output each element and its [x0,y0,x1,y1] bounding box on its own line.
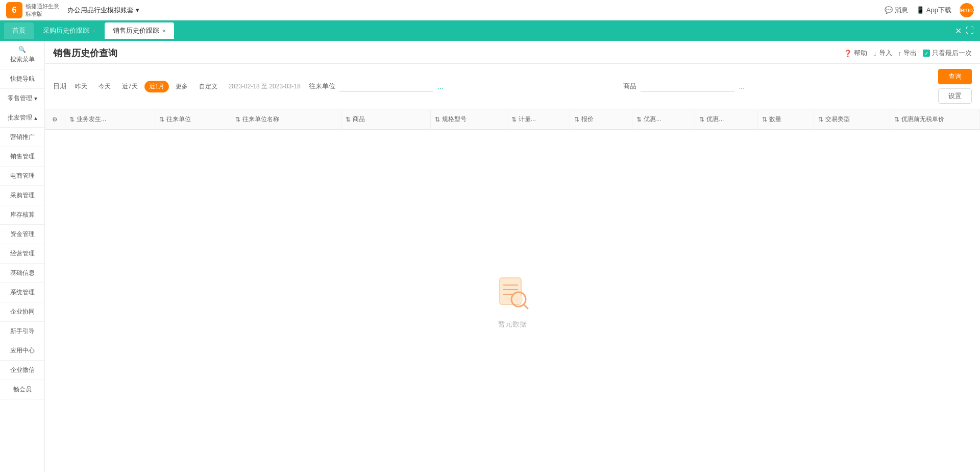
th-discount1[interactable]: ⇅ 优惠... [632,110,695,129]
checkbox-teal-icon: ✓ [923,50,930,57]
date-btn-yesterday[interactable]: 昨天 [70,81,92,92]
search-icon: 🔍 [18,46,26,53]
date-btn-today[interactable]: 今天 [94,81,115,92]
tab-home[interactable]: 首页 [4,22,34,39]
tab-bar-left: 首页 采购历史价跟踪 × 销售历史价跟踪 × [4,22,174,39]
message-button[interactable]: 💬 消息 [885,6,908,15]
product-picker-icon[interactable]: ... [739,82,745,90]
close-window-icon[interactable]: ✕ [955,26,962,36]
sidebar-item-finance[interactable]: 资金管理 [0,225,44,244]
top-bar-left: 6 畅捷通好生意 标准版 办公用品行业模拟账套 ▾ [6,2,143,18]
tab-bar-right: ✕ ⛶ [955,26,976,36]
sidebar-item-system[interactable]: 系统管理 [0,283,44,302]
th-unit-name[interactable]: ⇅ 往来单位名称 [231,110,341,129]
setting-button[interactable]: 设置 [938,88,972,104]
sidebar-label-quick: 快捷导航 [10,75,35,83]
sidebar-item-wholesale[interactable]: 批发管理 ▴ [0,108,44,128]
date-filter-label: 日期 [53,82,66,91]
date-btn-7days[interactable]: 近7天 [117,81,142,92]
tab-purchase-history[interactable]: 采购历史价跟踪 × [35,22,104,39]
product-input[interactable] [641,81,734,92]
th-price[interactable]: ⇅ 报价 [570,110,633,129]
th-trade[interactable]: ⇅ 交易类型 [814,110,890,129]
sidebar-item-wechat[interactable]: 企业微信 [0,361,44,380]
sidebar-item-base-info[interactable]: 基础信息 [0,264,44,283]
page-title-row: 销售历史价查询 ❓ 帮助 ↓ 导入 ↑ 导出 ✓ [53,47,972,59]
home-label: 首页 [12,26,26,35]
th-discount2[interactable]: ⇅ 优惠... [695,110,758,129]
import-button[interactable]: ↓ 导入 [873,49,892,58]
th-settings[interactable]: ⚙ [45,111,65,128]
sidebar-item-ecommerce[interactable]: 电商管理 [0,167,44,186]
sidebar-label-guide: 新手引导 [10,327,35,336]
sidebar-label-marketing: 营销推广 [10,133,35,141]
sidebar-item-retail[interactable]: 零售管理 ▾ [0,89,44,108]
maximize-icon[interactable]: ⛶ [966,26,974,35]
date-range-display: 2023-02-18 至 2023-03-18 [228,82,300,91]
sidebar-item-sales[interactable]: 销售管理 [0,147,44,167]
data-table: ⚙ ⇅ 业务发生... ⇅ 往来单位 ⇅ 往来单位名称 ⇅ 商品 [45,109,980,472]
export-icon: ↑ [898,50,902,57]
chevron-down-icon: ▾ [136,6,139,14]
th-qty[interactable]: ⇅ 数量 [758,110,814,129]
only-last-checkbox[interactable]: ✓ 只看最后一次 [923,49,972,58]
date-btn-custom[interactable]: 自定义 [194,81,222,92]
gear-icon: ⚙ [52,116,58,123]
sidebar-item-apps[interactable]: 应用中心 [0,341,44,361]
app-download-button[interactable]: 📱 App下载 [916,6,951,15]
sidebar-label-system: 系统管理 [10,288,35,297]
tab-sales-history[interactable]: 销售历史价跟踪 × [105,22,174,39]
sidebar-label-ecommerce: 电商管理 [10,172,35,180]
svg-line-6 [524,304,528,309]
sidebar-item-member[interactable]: 畅会员 [0,380,44,399]
page-header: 销售历史价查询 ❓ 帮助 ↓ 导入 ↑ 导出 ✓ [45,41,980,64]
user-menu[interactable]: demo2 [960,3,974,17]
table-header: ⚙ ⇅ 业务发生... ⇅ 往来单位 ⇅ 往来单位名称 ⇅ 商品 [45,109,980,130]
sort-icon: ⇅ [699,116,704,123]
sidebar-label-retail: 零售管理 [8,94,32,103]
sidebar-label-search: 搜索菜单 [10,55,35,64]
date-btn-more[interactable]: 更多 [171,81,192,92]
date-btn-1month[interactable]: 近1月 [144,81,169,92]
th-spec[interactable]: ⇅ 规格型号 [431,110,507,129]
sidebar-label-purchase: 采购管理 [10,191,35,200]
partner-picker-icon[interactable]: ... [437,82,444,90]
th-notax[interactable]: ⇅ 优惠前无税单价 [890,110,980,129]
sort-icon: ⇅ [346,116,351,123]
date-buttons: 昨天 今天 近7天 近1月 更多 自定义 [70,81,222,92]
partner-input[interactable] [339,81,433,92]
th-unit[interactable]: ⇅ 计量... [507,110,570,129]
sidebar-item-inventory[interactable]: 库存核算 [0,205,44,225]
company-selector[interactable]: 办公用品行业模拟账套 ▾ [63,4,143,17]
sidebar-item-collab[interactable]: 企业协同 [0,302,44,322]
avatar: demo2 [960,3,974,17]
tab-purchase-close[interactable]: × [92,28,95,34]
sort-icon: ⇅ [435,116,440,123]
sidebar-label-apps: 应用中心 [10,346,35,355]
filter-row: 日期 昨天 今天 近7天 近1月 更多 自定义 2023-02-18 至 202… [45,64,980,109]
main-layout: 🔍 搜索菜单 快捷导航 零售管理 ▾ 批发管理 ▴ 营销推广 销售管理 电商管理… [0,41,980,472]
sort-icon: ⇅ [818,116,823,123]
sidebar-label-sales: 销售管理 [10,152,35,161]
sidebar-item-search[interactable]: 🔍 搜索菜单 [0,41,44,69]
sidebar-item-marketing[interactable]: 营销推广 [0,128,44,147]
sort-icon: ⇅ [159,116,164,123]
th-unit-code[interactable]: ⇅ 往来单位 [155,110,231,129]
sort-icon: ⇅ [574,116,579,123]
help-button[interactable]: ❓ 帮助 [844,49,867,58]
sidebar-item-purchase[interactable]: 采购管理 [0,186,44,205]
sidebar-item-quick-nav[interactable]: 快捷导航 [0,69,44,89]
th-product[interactable]: ⇅ 商品 [341,110,431,129]
sidebar-item-operations[interactable]: 经营管理 [0,244,44,264]
tab-sales-close[interactable]: × [162,28,165,34]
partner-filter-group: 往来单位 ... [309,81,616,92]
sidebar-label-wechat: 企业微信 [10,366,35,374]
export-button[interactable]: ↑ 导出 [898,49,917,58]
content-area: 销售历史价查询 ❓ 帮助 ↓ 导入 ↑ 导出 ✓ [45,41,980,472]
query-button[interactable]: 查询 [938,69,972,84]
sidebar-item-guide[interactable]: 新手引导 [0,322,44,341]
th-date[interactable]: ⇅ 业务发生... [65,110,155,129]
sort-icon: ⇅ [762,116,767,123]
sidebar-label-finance: 资金管理 [10,230,35,239]
tab-sales-label: 销售历史价跟踪 [113,26,159,35]
